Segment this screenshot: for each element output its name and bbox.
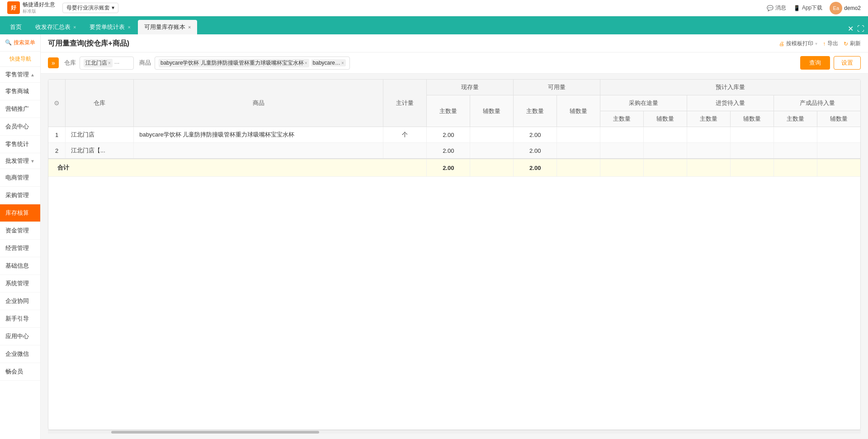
product-tag-2-remove-icon[interactable]: ×	[341, 61, 344, 66]
footer-inbound-aux	[731, 159, 774, 177]
sidebar-search[interactable]: 🔍 搜索菜单	[0, 34, 40, 52]
sidebar-item-basic-info[interactable]: 基础信息	[0, 257, 40, 275]
tab-receipt-summary[interactable]: 收发存汇总表 ×	[29, 20, 82, 34]
product-tag-2: babycare… ×	[311, 59, 346, 66]
sidebar-item-purchase-mgmt[interactable]: 采购管理	[0, 187, 40, 204]
row-1-inbound-main	[687, 127, 731, 143]
horizontal-scrollbar[interactable]	[48, 430, 861, 434]
sidebar-item-retail-mgmt-label: 零售管理	[5, 71, 29, 79]
sidebar-item-retail-mall[interactable]: 零售商城	[0, 83, 40, 100]
settings-button[interactable]: 设置	[834, 56, 861, 70]
tab-home[interactable]: 首页	[4, 20, 28, 34]
row-2-product-main	[774, 143, 817, 159]
th-main-unit: 主计量	[383, 80, 427, 127]
tab-order-stats-close-icon[interactable]: ×	[127, 24, 130, 30]
scroll-thumb[interactable]	[111, 431, 319, 434]
row-2-unit	[383, 143, 427, 159]
filter-product-input[interactable]: babycare学饮杯 儿童防摔防撞吸管杯重力球吸嘴杯宝宝水杯 × babyca…	[155, 57, 350, 70]
sidebar-item-basic-info-label: 基础信息	[5, 262, 29, 270]
warehouse-tag: 江北门店 ×	[84, 59, 113, 67]
filter-warehouse-input[interactable]: 江北门店 × ···	[80, 57, 134, 70]
row-1-index: 1	[48, 127, 66, 143]
tab-close-all-icon[interactable]: ✕	[848, 25, 854, 33]
filter-actions: 查询 设置	[800, 56, 861, 70]
sidebar-item-purchase-mgmt-label: 采购管理	[5, 191, 29, 199]
message-icon: 💬	[767, 5, 774, 11]
row-2-available-aux	[557, 143, 600, 159]
sidebar-item-ecommerce-mgmt[interactable]: 电商管理	[0, 169, 40, 187]
sidebar-item-enterprise-wechat[interactable]: 企业微信	[0, 345, 40, 363]
sidebar-item-enterprise-collab[interactable]: 企业协同	[0, 293, 40, 310]
filter-expand-btn[interactable]: »	[48, 57, 59, 68]
template-print-label: 按模板打印	[786, 40, 813, 47]
row-1-inbound-aux	[731, 127, 774, 143]
th-available-aux: 辅数量	[557, 95, 600, 127]
refresh-btn[interactable]: ↻ 刷新	[844, 40, 861, 47]
warehouse-more-icon[interactable]: ···	[114, 59, 120, 66]
sidebar-item-retail-mall-label: 零售商城	[5, 87, 29, 95]
table-row: 2 江北门店【... 2.00 2.00	[48, 143, 860, 159]
tab-available-stock[interactable]: 可用量库存账本 ×	[138, 20, 197, 34]
sidebar-item-new-guide[interactable]: 新手引导	[0, 310, 40, 328]
sidebar-item-retail-mgmt[interactable]: 零售管理 ▲	[0, 67, 40, 83]
sidebar-quick-nav[interactable]: 快捷导航	[0, 52, 40, 67]
avatar-initials: Ea	[833, 5, 839, 11]
app-icon: 📱	[793, 5, 800, 11]
row-2-product	[134, 143, 383, 159]
app-download-action[interactable]: 📱 App下载	[793, 4, 822, 12]
template-print-btn[interactable]: 🖨 按模板打印 ▾	[779, 40, 817, 47]
avatar: Ea	[830, 2, 842, 14]
sidebar-quick-nav-label: 快捷导航	[9, 56, 31, 62]
sidebar-item-finance-mgmt[interactable]: 资金管理	[0, 222, 40, 240]
footer-inbound-main	[687, 159, 731, 177]
row-2-purchase-aux	[644, 143, 687, 159]
tab-available-stock-close-icon[interactable]: ×	[188, 24, 191, 30]
tab-receipt-summary-close-icon[interactable]: ×	[73, 24, 76, 30]
filter-warehouse-group: 仓库 江北门店 × ···	[64, 57, 134, 70]
th-inbound-aux: 辅数量	[731, 111, 774, 127]
message-action[interactable]: 💬 消息	[767, 4, 786, 12]
chevron-down-icon: ▼	[30, 159, 35, 164]
th-product-pending-group: 产成品待入量	[774, 95, 860, 111]
tab-fullscreen-icon[interactable]: ⛶	[857, 25, 864, 33]
th-available-main: 主数量	[514, 95, 557, 127]
sidebar-item-app-center-label: 应用中心	[5, 332, 29, 340]
sidebar-item-member-pro[interactable]: 畅会员	[0, 363, 40, 381]
sidebar-item-marketing[interactable]: 营销推广	[0, 100, 40, 118]
product-tag-1-remove-icon[interactable]: ×	[305, 61, 307, 66]
warehouse-tag-remove-icon[interactable]: ×	[108, 61, 111, 66]
sidebar-item-wholesale-mgmt[interactable]: 批发管理 ▼	[0, 153, 40, 169]
sidebar-item-member-center[interactable]: 会员中心	[0, 118, 40, 136]
row-1-purchase-main	[600, 127, 644, 143]
industry-selector[interactable]: 母婴行业演示账套 ▾	[62, 3, 118, 13]
row-1-current-aux	[470, 127, 514, 143]
sidebar-item-wholesale-mgmt-label: 批发管理	[5, 157, 29, 165]
search-icon: 🔍	[5, 39, 12, 46]
query-button[interactable]: 查询	[800, 56, 830, 70]
main-layout: 🔍 搜索菜单 快捷导航 零售管理 ▲ 零售商城 营销推广 会员中心 零售统计	[0, 34, 868, 439]
sidebar: 🔍 搜索菜单 快捷导航 零售管理 ▲ 零售商城 营销推广 会员中心 零售统计	[0, 34, 41, 439]
sidebar-item-sys-mgmt[interactable]: 系统管理	[0, 275, 40, 293]
row-1-current-main: 2.00	[427, 127, 470, 143]
row-2-inbound-aux	[731, 143, 774, 159]
tab-order-stats[interactable]: 要货单统计表 ×	[83, 20, 137, 34]
sidebar-item-inventory-check[interactable]: 库存核算	[0, 204, 40, 222]
row-1-product: babycare学饮杯 儿童防摔防撞吸管杯重力球吸嘴杯宝宝水杯	[134, 127, 383, 143]
row-2-inbound-main	[687, 143, 731, 159]
user-name: demo2	[844, 5, 861, 11]
data-table: ⚙ 仓库 商品 主计量 现存量 可用量 预计入库量 主数量 辅数量	[48, 80, 860, 177]
sidebar-item-ops-mgmt[interactable]: 经营管理	[0, 240, 40, 257]
user-area[interactable]: Ea demo2	[830, 2, 861, 14]
row-2-index: 2	[48, 143, 66, 159]
filter-warehouse-label: 仓库	[64, 59, 76, 67]
industry-label: 母婴行业演示账套	[66, 4, 110, 12]
product-tag-2-value: babycare…	[313, 60, 340, 66]
table-wrapper: ⚙ 仓库 商品 主计量 现存量 可用量 预计入库量 主数量 辅数量	[48, 79, 861, 430]
tab-available-stock-label: 可用量库存账本	[144, 23, 185, 31]
export-btn[interactable]: ↑ 导出	[823, 40, 838, 47]
filter-bar: » 仓库 江北门店 × ··· 商品 babycare学饮杯 儿童防摔防撞吸管杯…	[41, 52, 868, 74]
sidebar-item-app-center[interactable]: 应用中心	[0, 328, 40, 345]
sidebar-item-retail-stats[interactable]: 零售统计	[0, 136, 40, 153]
th-settings: ⚙	[48, 80, 66, 127]
sidebar-item-ops-mgmt-label: 经营管理	[5, 244, 29, 252]
